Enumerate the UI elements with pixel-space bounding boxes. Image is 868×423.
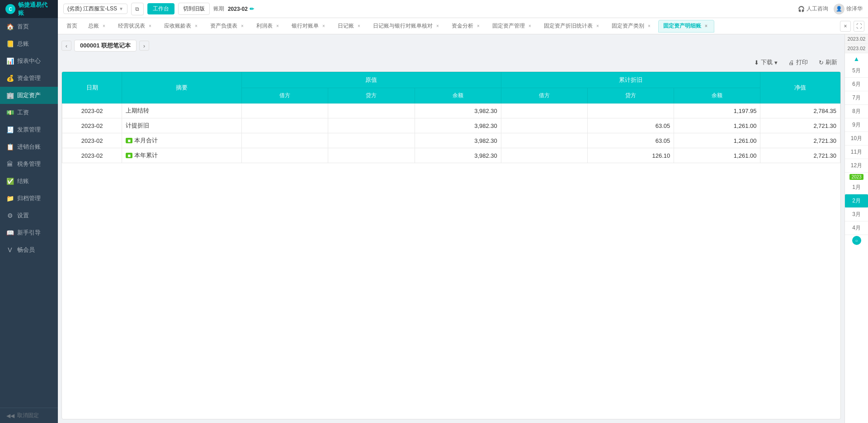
cell-date: 2023-02 — [62, 118, 122, 133]
tab-close-fixed_type[interactable]: × — [646, 23, 652, 29]
tab-receivable[interactable]: 应收账龄表× — [159, 20, 204, 33]
tab-fixed_type[interactable]: 固定资产类别× — [607, 20, 657, 33]
cell-depr-credit: 63.05 — [588, 133, 674, 148]
cell-summary: ■本月合计 — [122, 133, 242, 148]
sidebar-item-salary[interactable]: 💵工资 — [0, 104, 58, 121]
download-btn[interactable]: ⬇ 下载 ▾ — [750, 57, 781, 68]
sidebar-item-checkout[interactable]: ✅结账 — [0, 173, 58, 190]
tab-bank_check[interactable]: 日记账与银行对账单核对× — [368, 20, 446, 33]
tab-journal[interactable]: 日记账× — [333, 20, 367, 33]
asset-name-tab: 000001 联想笔记本 — [74, 40, 137, 52]
table-row: 2023-02 ■本月合计 3,982.30 63.05 1,261.00 2,… — [62, 133, 840, 148]
sidebar-item-home[interactable]: 🏠首页 — [0, 18, 58, 35]
tab-close-receivable[interactable]: × — [193, 23, 199, 29]
sidebar-item-archive[interactable]: 📁归档管理 — [0, 190, 58, 207]
tax-icon: 🏛 — [6, 160, 14, 168]
tab-close-bank[interactable]: × — [321, 23, 327, 29]
tab-close-profit[interactable]: × — [274, 23, 281, 29]
sidebar-item-funds[interactable]: 💰资金管理 — [0, 70, 58, 87]
tab-close-fixed_depr[interactable]: × — [594, 23, 601, 29]
period-label: 账期 — [213, 5, 224, 13]
tab-label-bank: 银行对账单 — [292, 22, 319, 30]
tab-label-fixed_detail: 固定资产明细账 — [663, 22, 701, 30]
tab-close-business[interactable]: × — [147, 23, 153, 29]
sidebar-item-reports[interactable]: 📊报表中心 — [0, 52, 58, 70]
cell-depr-credit: 63.05 — [588, 118, 674, 133]
refresh-btn[interactable]: ↻ 刷新 — [815, 57, 841, 68]
tab-home[interactable]: 首页 — [61, 20, 82, 33]
tab-balance[interactable]: 资产负债表× — [205, 20, 250, 33]
sidebar-label-invoice: 发票管理 — [17, 126, 41, 134]
nav-prev-btn[interactable]: ‹ — [61, 41, 71, 51]
workbench-button[interactable]: 工作台 — [147, 3, 175, 14]
cell-date: 2023-02 — [62, 133, 122, 148]
company-selector[interactable]: (劣质) 江西服宝-LSS ▼ — [63, 4, 127, 14]
nav-next-btn[interactable]: › — [139, 41, 149, 51]
tab-close-fund[interactable]: × — [475, 23, 481, 29]
row-tag: ■ — [126, 138, 132, 143]
topbar-right: 🎧 人工咨询 👤 徐泽华 — [798, 4, 863, 14]
col-accumulated: 累计折旧 — [501, 72, 760, 88]
copy-icon: ⧉ — [135, 6, 139, 12]
avatar: 👤 — [834, 4, 844, 14]
tab-fixed_detail[interactable]: 固定资产明细账× — [658, 20, 714, 33]
tab-close-bank_check[interactable]: × — [434, 23, 441, 29]
sidebar-item-tax[interactable]: 🏛税务管理 — [0, 155, 58, 173]
sidebar-item-guide[interactable]: 📖新手引导 — [0, 224, 58, 241]
table-row: 2023-02 上期结转 3,982.30 1,197.95 2,784.35 — [62, 103, 840, 118]
tab-fixed_mgmt[interactable]: 固定资产管理× — [487, 20, 538, 33]
sidebar-label-home: 首页 — [17, 23, 29, 31]
panel-month-3月[interactable]: 3月 — [845, 208, 868, 221]
sub-orig-balance: 余额 — [415, 88, 501, 103]
sidebar-item-ledger[interactable]: 📒总账 — [0, 35, 58, 52]
tab-profit[interactable]: 利润表× — [251, 20, 286, 33]
tab-ledger[interactable]: 总账× — [83, 20, 112, 33]
sidebar-item-sales[interactable]: 📋进销台账 — [0, 138, 58, 155]
panel-month-1月[interactable]: 1月 — [845, 181, 868, 194]
panel-month-4月[interactable]: 4月 — [845, 221, 868, 235]
tab-close-journal[interactable]: × — [356, 23, 362, 29]
panel-month-12月[interactable]: 12月 — [845, 159, 868, 173]
sidebar-item-vip[interactable]: V畅会员 — [0, 241, 58, 258]
panel-circle-btn[interactable]: ○ — [852, 236, 861, 245]
cell-orig-balance: 3,982.30 — [415, 133, 501, 148]
panel-month-2月[interactable]: 2月 — [845, 194, 868, 208]
tab-business[interactable]: 经营状况表× — [113, 20, 158, 33]
panel-month-9月[interactable]: 9月 — [845, 118, 868, 132]
panel-month-5月[interactable]: 5月 — [845, 64, 868, 78]
tab-label-fixed_mgmt: 固定资产管理 — [492, 22, 525, 30]
tab-bank[interactable]: 银行对账单× — [287, 20, 332, 33]
tab-close-ledger[interactable]: × — [101, 23, 107, 29]
content-area: ‹ 000001 联想笔记本 › ⬇ 下载 ▾ 🖨 打印 — [58, 34, 868, 423]
sidebar-item-settings[interactable]: ⚙设置 — [0, 207, 58, 224]
table-row: 2023-02 计提折旧 3,982.30 63.05 1,261.00 2,7… — [62, 118, 840, 133]
switch-version-button[interactable]: 切到旧版 — [178, 3, 210, 15]
fullscreen-btn[interactable]: ⛶ — [854, 21, 864, 32]
sidebar-unpin-btn[interactable]: ◀◀ 取消固定 — [0, 408, 58, 423]
tab-fixed_depr[interactable]: 固定资产折旧统计表× — [539, 20, 606, 33]
sidebar-item-fixed[interactable]: 🏢固定资产 — [0, 87, 58, 104]
panel-month-8月[interactable]: 8月 — [845, 105, 868, 118]
cell-orig-balance: 3,982.30 — [415, 103, 501, 118]
asset-name-text: 联想笔记本 — [101, 42, 131, 49]
tab-close-fixed_detail[interactable]: × — [703, 23, 709, 29]
panel-month-10月[interactable]: 10月 — [845, 132, 868, 146]
panel-month-11月[interactable]: 11月 — [845, 146, 868, 159]
panel-month-7月[interactable]: 7月 — [845, 91, 868, 105]
support-btn[interactable]: 🎧 人工咨询 — [798, 5, 828, 13]
period-text: 2023-02 — [228, 6, 248, 12]
panel-scroll-up-btn[interactable]: ▲ — [845, 53, 868, 64]
sidebar-item-invoice[interactable]: 🧾发票管理 — [0, 121, 58, 138]
tab-close-fixed_mgmt[interactable]: × — [527, 23, 533, 29]
cell-orig-debit — [242, 118, 328, 133]
edit-period-icon[interactable]: ✏ — [250, 6, 254, 12]
close-tab-btn[interactable]: × — [840, 21, 851, 32]
user-menu-btn[interactable]: 👤 徐泽华 — [834, 4, 863, 14]
print-btn[interactable]: 🖨 打印 — [785, 57, 811, 68]
cell-orig-credit — [328, 148, 415, 163]
panel-month-6月[interactable]: 6月 — [845, 78, 868, 91]
copy-icon-btn[interactable]: ⧉ — [131, 3, 144, 15]
tab-fund[interactable]: 资金分析× — [447, 20, 486, 33]
tab-close-balance[interactable]: × — [239, 23, 245, 29]
main-table-wrapper: 日期 摘要 原值 累计折旧 净值 借方 贷方 余额 借方 贷方 余额 — [61, 71, 841, 419]
